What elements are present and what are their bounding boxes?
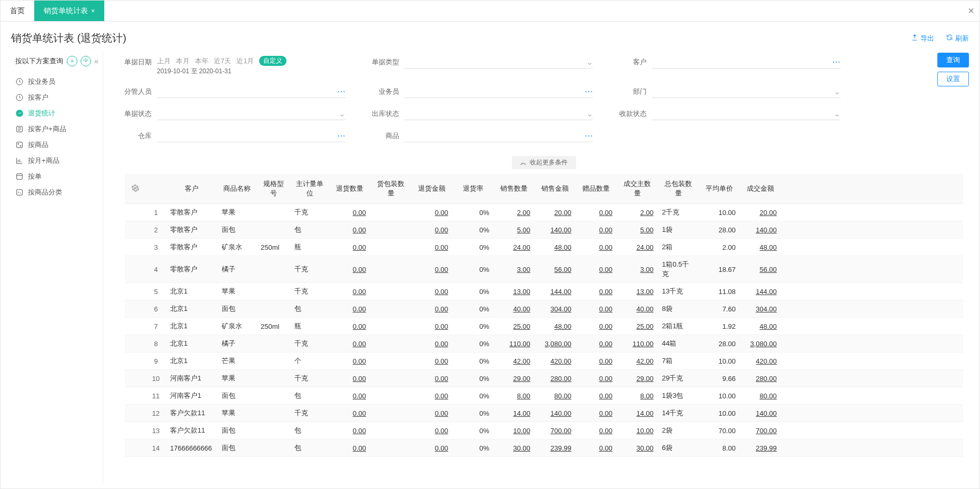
cell-return-amt[interactable]: 0.00: [435, 409, 448, 417]
cell-gift-qty[interactable]: 0.00: [599, 375, 612, 383]
cell-return-amt[interactable]: 0.00: [435, 427, 448, 435]
cell-sales-amt[interactable]: 140.00: [550, 226, 571, 234]
cell-deal-amt[interactable]: 48.00: [759, 322, 777, 330]
cell-return-qty[interactable]: 0.00: [353, 322, 366, 330]
cell-sales-qty[interactable]: 8.00: [517, 392, 530, 400]
doc-status-select[interactable]: [157, 107, 345, 120]
sidebar-item[interactable]: 按月+商品: [15, 153, 98, 169]
cell-sales-qty[interactable]: 24.00: [513, 243, 530, 251]
cell-deal-main-qty[interactable]: 13.00: [636, 288, 654, 296]
cell-deal-main-qty[interactable]: 25.00: [636, 322, 654, 330]
cell-sales-qty[interactable]: 13.00: [513, 288, 530, 296]
table-row[interactable]: 1417666666666面包包0.000.000%30.00239.990.0…: [125, 439, 963, 457]
chevron-down-icon[interactable]: ⌄: [586, 109, 593, 119]
cell-deal-amt[interactable]: 700.00: [756, 427, 777, 435]
cell-sales-qty[interactable]: 110.00: [509, 340, 530, 348]
cell-gift-qty[interactable]: 0.00: [599, 243, 612, 251]
cell-deal-amt[interactable]: 304.00: [756, 305, 777, 313]
th-return-amt[interactable]: 退货金额: [411, 174, 452, 204]
cell-deal-amt[interactable]: 56.00: [759, 266, 777, 273]
cell-sales-qty[interactable]: 30.00: [513, 444, 530, 452]
cell-sales-qty[interactable]: 29.00: [513, 375, 530, 383]
cell-deal-amt[interactable]: 48.00: [759, 243, 777, 251]
cell-deal-main-qty[interactable]: 8.00: [640, 392, 654, 400]
cell-sales-amt[interactable]: 420.00: [550, 357, 571, 365]
tab-home[interactable]: 首页: [1, 1, 34, 21]
cell-deal-main-qty[interactable]: 2.00: [640, 209, 654, 217]
cell-deal-amt[interactable]: 144.00: [756, 288, 777, 296]
table-row[interactable]: 3零散客户矿泉水250ml瓶0.000.000%24.0048.000.0024…: [125, 239, 963, 256]
cell-deal-main-qty[interactable]: 10.00: [636, 427, 654, 435]
th-sales-qty[interactable]: 销售数量: [493, 174, 534, 204]
th-spec[interactable]: 规格型号: [256, 174, 290, 204]
cell-gift-qty[interactable]: 0.00: [599, 409, 612, 417]
cell-gift-qty[interactable]: 0.00: [599, 444, 612, 452]
cell-deal-main-qty[interactable]: 110.00: [632, 340, 654, 348]
cell-return-amt[interactable]: 0.00: [435, 340, 448, 348]
chevron-down-icon[interactable]: ⌄: [834, 86, 840, 96]
cell-return-qty[interactable]: 0.00: [353, 357, 366, 365]
th-product-name[interactable]: 商品名称: [217, 174, 256, 204]
cell-return-qty[interactable]: 0.00: [353, 243, 366, 251]
th-pack-qty[interactable]: 货包装数量: [370, 174, 411, 204]
cell-return-qty[interactable]: 0.00: [353, 427, 366, 435]
cell-return-amt[interactable]: 0.00: [435, 322, 448, 330]
chevron-down-icon[interactable]: ⌄: [834, 109, 840, 119]
export-button[interactable]: 导出: [911, 34, 934, 43]
sidebar-item[interactable]: 按客户+商品: [15, 121, 98, 137]
cell-sales-amt[interactable]: 20.00: [554, 209, 571, 217]
window-close-icon[interactable]: ×: [968, 5, 974, 17]
cell-sales-qty[interactable]: 5.00: [517, 226, 530, 234]
table-row[interactable]: 11河南客户1面包包0.000.000%8.0080.000.008.001袋3…: [125, 387, 963, 405]
cell-gift-qty[interactable]: 0.00: [599, 305, 612, 313]
cell-return-amt[interactable]: 0.00: [435, 392, 448, 400]
th-customer[interactable]: 客户: [166, 174, 217, 204]
preset-this-year[interactable]: 本年: [195, 56, 209, 66]
sidebar-item[interactable]: 按业务员: [15, 74, 98, 90]
cell-sales-amt[interactable]: 56.00: [554, 266, 571, 273]
manager-input[interactable]: [157, 85, 345, 98]
sidebar-item[interactable]: 按单: [15, 169, 98, 184]
cell-gift-qty[interactable]: 0.00: [599, 427, 612, 435]
receipt-status-select[interactable]: [652, 107, 840, 120]
cell-deal-main-qty[interactable]: 14.00: [636, 409, 654, 417]
cell-deal-main-qty[interactable]: 24.00: [636, 243, 654, 251]
preset-this-month[interactable]: 本月: [176, 56, 190, 66]
cell-return-qty[interactable]: 0.00: [353, 409, 366, 417]
cell-deal-main-qty[interactable]: 3.00: [640, 266, 654, 273]
cell-sales-qty[interactable]: 42.00: [513, 357, 530, 365]
th-return-qty[interactable]: 退货数量: [329, 174, 370, 204]
table-row[interactable]: 10河南客户1苹果千克0.000.000%29.00280.000.0029.0…: [125, 370, 963, 387]
cell-sales-amt[interactable]: 304.00: [550, 305, 571, 313]
cell-deal-amt[interactable]: 140.00: [756, 226, 777, 234]
cell-return-amt[interactable]: 0.00: [435, 357, 448, 365]
cell-gift-qty[interactable]: 0.00: [599, 392, 612, 400]
th-gift-qty[interactable]: 赠品数量: [576, 174, 617, 204]
more-icon[interactable]: ⋯: [337, 131, 345, 141]
outbound-status-select[interactable]: [404, 107, 593, 120]
department-select[interactable]: [652, 85, 840, 98]
th-main-unit[interactable]: 主计量单位: [290, 174, 329, 204]
cell-return-amt[interactable]: 0.00: [435, 266, 448, 273]
th-deal-main-qty[interactable]: 成交主数量: [617, 174, 658, 204]
table-row[interactable]: 6北京1面包包0.000.000%40.00304.000.0040.008袋7…: [125, 300, 963, 318]
cell-sales-qty[interactable]: 10.00: [513, 427, 530, 435]
cell-return-qty[interactable]: 0.00: [353, 375, 366, 383]
sidebar-item[interactable]: 按客户: [15, 90, 98, 105]
more-icon[interactable]: ⋯: [585, 131, 593, 141]
sidebar-item[interactable]: 按商品分类: [15, 184, 98, 200]
cell-deal-amt[interactable]: 3,080.00: [750, 340, 777, 348]
refresh-button[interactable]: 刷新: [946, 34, 969, 43]
cell-deal-main-qty[interactable]: 40.00: [636, 305, 654, 313]
cell-sales-amt[interactable]: 239.99: [550, 444, 571, 452]
th-avg-price[interactable]: 平均单价: [699, 174, 740, 204]
chevron-down-icon[interactable]: ⌄: [339, 109, 345, 119]
cell-return-amt[interactable]: 0.00: [435, 288, 448, 296]
table-row[interactable]: 8北京1橘子千克0.000.000%110.003,080.000.00110.…: [125, 335, 963, 353]
cell-sales-amt[interactable]: 80.00: [554, 392, 571, 400]
cell-deal-amt[interactable]: 280.00: [756, 375, 777, 383]
cell-deal-amt[interactable]: 20.00: [759, 209, 777, 217]
more-icon[interactable]: ⋯: [337, 86, 345, 96]
cell-return-qty[interactable]: 0.00: [353, 226, 366, 234]
cell-deal-main-qty[interactable]: 30.00: [636, 444, 654, 452]
